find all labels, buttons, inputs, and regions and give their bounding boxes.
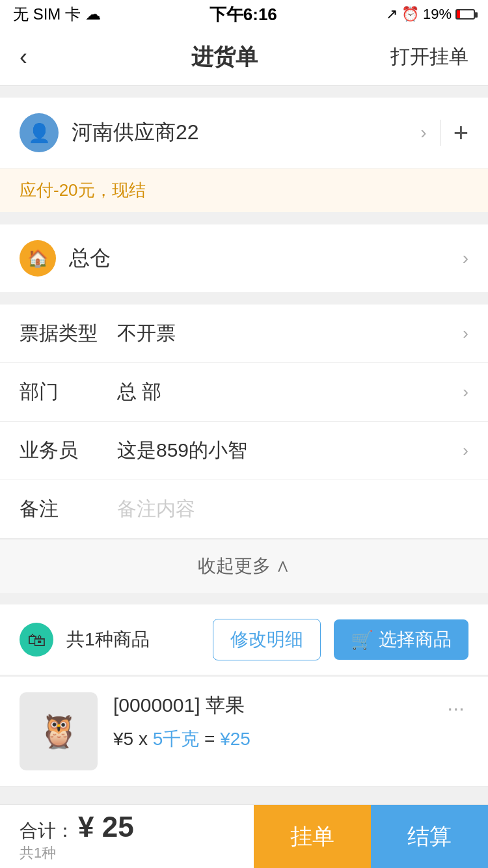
- product-name: [0000001] 苹果: [113, 692, 427, 719]
- total-label: 合计：: [20, 819, 74, 843]
- warehouse-icon: 🏠: [20, 240, 56, 277]
- total-count: 共1种: [20, 843, 234, 863]
- avatar-icon: 👤: [28, 122, 51, 144]
- salesman-value: 这是859的小智: [117, 437, 456, 464]
- product-price-row: ¥5 x 5千克 = ¥25: [113, 727, 427, 752]
- warehouse-chevron-icon: ›: [463, 248, 468, 269]
- total-amount: ¥ 25: [78, 811, 134, 843]
- supplier-row[interactable]: 👤 河南供应商22 › +: [0, 98, 488, 169]
- status-right: ↗ ⏰ 19%: [386, 6, 475, 23]
- product-title: 苹果: [206, 694, 245, 716]
- remark-row[interactable]: 备注 备注内容: [0, 480, 488, 539]
- salesman-label: 业务员: [20, 437, 111, 464]
- cart-icon: 🛒: [351, 629, 373, 651]
- product-quantity: 5千克: [153, 729, 200, 749]
- select-product-label: 选择商品: [379, 627, 452, 652]
- product-more-button[interactable]: ···: [443, 692, 468, 724]
- department-label: 部门: [20, 379, 111, 405]
- invoice-chevron-icon: ›: [463, 323, 468, 344]
- invoice-row[interactable]: 票据类型 不开票 ›: [0, 305, 488, 363]
- checkout-button[interactable]: 结算: [371, 805, 488, 868]
- divider-4: [0, 593, 488, 604]
- select-product-button[interactable]: 🛒 选择商品: [334, 619, 468, 660]
- salesman-row[interactable]: 业务员 这是859的小智 ›: [0, 422, 488, 480]
- supplier-chevron-icon: ›: [420, 122, 426, 143]
- shopping-bag-icon: 🛍: [27, 629, 46, 651]
- warehouse-section: 🏠 总仓 ›: [0, 224, 488, 293]
- product-info: [0000001] 苹果 ¥5 x 5千克 = ¥25: [113, 692, 427, 752]
- supplier-avatar: 👤: [20, 113, 59, 152]
- add-supplier-icon[interactable]: +: [454, 118, 468, 148]
- page-title: 进货单: [191, 42, 258, 72]
- status-left: 无 SIM 卡 ☁: [13, 4, 101, 25]
- product-count-icon: 🛍: [20, 623, 53, 657]
- product-code: [0000001]: [113, 694, 200, 716]
- product-thumbnail: 🦉: [20, 692, 98, 770]
- alarm-icon: ⏰: [401, 6, 419, 23]
- divider-top: [0, 86, 488, 98]
- hang-order-button[interactable]: 挂单: [254, 805, 371, 868]
- product-unit-price: ¥5: [113, 729, 133, 749]
- supplier-name: 河南供应商22: [72, 118, 420, 147]
- form-section: 票据类型 不开票 › 部门 总 部 › 业务员 这是859的小智 › 备注 备注…: [0, 305, 488, 539]
- battery-status: 19%: [423, 6, 452, 23]
- open-hang-button[interactable]: 打开挂单: [390, 44, 468, 70]
- supplier-right: › +: [420, 118, 468, 148]
- product-count-text: 共1种商品: [66, 627, 200, 652]
- supplier-section: 👤 河南供应商22 › + 应付-20元，现结: [0, 98, 488, 213]
- product-header: 🛍 共1种商品 修改明细 🛒 选择商品: [0, 604, 488, 675]
- multiply-sign: x: [139, 729, 153, 749]
- department-value: 总 部: [117, 379, 456, 405]
- divider-3: [0, 293, 488, 305]
- owl-icon: 🦉: [38, 712, 79, 750]
- status-time: 下午6:16: [210, 3, 277, 26]
- house-icon: 🏠: [27, 249, 48, 269]
- edit-detail-button[interactable]: 修改明细: [213, 619, 321, 660]
- warehouse-name: 总仓: [69, 244, 463, 273]
- equals-sign: =: [204, 729, 220, 749]
- supplier-divider: [440, 120, 441, 146]
- department-chevron-icon: ›: [463, 382, 468, 402]
- remark-input[interactable]: 备注内容: [117, 496, 468, 522]
- warehouse-row[interactable]: 🏠 总仓 ›: [0, 224, 488, 293]
- bottom-total: 合计： ¥ 25 共1种: [0, 805, 254, 868]
- back-button[interactable]: ‹: [20, 44, 59, 71]
- location-icon: ↗: [386, 6, 398, 23]
- collapse-row[interactable]: 收起更多 ∧: [0, 539, 488, 593]
- nav-bar: ‹ 进货单 打开挂单: [0, 29, 488, 86]
- divider-2: [0, 213, 488, 224]
- notice-bar: 应付-20元，现结: [0, 169, 488, 213]
- remark-label: 备注: [20, 496, 111, 522]
- product-total: ¥25: [220, 729, 251, 749]
- total-amount-row: 合计： ¥ 25: [20, 811, 234, 843]
- product-card: 🦉 [0000001] 苹果 ¥5 x 5千克 = ¥25 ···: [0, 677, 488, 787]
- invoice-label: 票据类型: [20, 320, 111, 347]
- battery-icon: [455, 9, 475, 20]
- bottom-bar: 合计： ¥ 25 共1种 挂单 结算: [0, 804, 488, 868]
- department-row[interactable]: 部门 总 部 ›: [0, 363, 488, 422]
- sim-status: 无 SIM 卡 ☁: [13, 4, 101, 25]
- status-bar: 无 SIM 卡 ☁ 下午6:16 ↗ ⏰ 19%: [0, 0, 488, 29]
- salesman-chevron-icon: ›: [463, 441, 468, 461]
- invoice-value: 不开票: [117, 320, 456, 347]
